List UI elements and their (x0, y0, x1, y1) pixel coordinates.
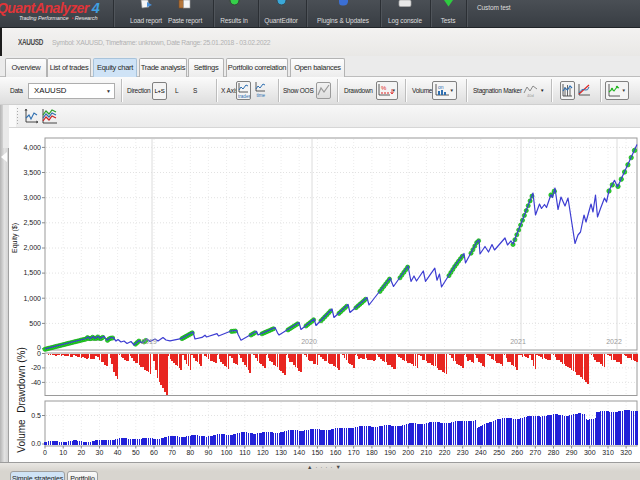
svg-text:500: 500 (29, 320, 41, 327)
svg-text:20: 20 (77, 449, 85, 456)
svg-text:140: 140 (293, 449, 305, 456)
svg-text:-40: -40 (31, 379, 41, 386)
svg-text:110: 110 (239, 449, 250, 456)
svg-text:80: 80 (186, 449, 194, 456)
svg-text:time: time (257, 93, 266, 98)
svg-text:30: 30 (96, 449, 104, 456)
svg-text:1,000: 1,000 (23, 295, 41, 302)
svg-text:2019: 2019 (141, 338, 157, 345)
svg-text:0: 0 (43, 449, 47, 456)
svg-text:3,000: 3,000 (23, 194, 41, 201)
svg-text:220: 220 (439, 449, 451, 456)
svg-text:200: 200 (402, 449, 414, 456)
svg-text:300: 300 (584, 449, 596, 456)
svg-text:50: 50 (132, 449, 140, 456)
svg-text:0: 0 (37, 350, 41, 357)
svg-text:70: 70 (168, 449, 176, 456)
svg-text:4,000: 4,000 (23, 144, 41, 151)
svg-text:0.0: 0.0 (31, 440, 41, 447)
svg-text:3,500: 3,500 (23, 169, 41, 176)
svg-text:60: 60 (150, 449, 158, 456)
svg-text:170: 170 (348, 449, 360, 456)
svg-text:180: 180 (366, 449, 378, 456)
svg-text:2020: 2020 (301, 338, 317, 345)
svg-text:290: 290 (566, 449, 578, 456)
svg-text:Drawdown (%): Drawdown (%) (16, 347, 27, 413)
svg-text:280: 280 (548, 449, 560, 456)
svg-text:trades: trades (238, 94, 250, 99)
svg-text:90: 90 (205, 449, 213, 456)
svg-text:150: 150 (312, 449, 324, 456)
svg-text:130: 130 (275, 449, 287, 456)
svg-text:250: 250 (493, 449, 505, 456)
svg-text:120: 120 (257, 449, 269, 456)
svg-text:2,500: 2,500 (23, 219, 41, 226)
svg-text:320: 320 (620, 449, 632, 456)
svg-text:230: 230 (457, 449, 469, 456)
svg-text:-20: -20 (31, 364, 41, 371)
svg-text:210: 210 (421, 449, 433, 456)
svg-text:Equity ($): Equity ($) (11, 223, 19, 253)
svg-text:10: 10 (59, 449, 67, 456)
svg-text:2022: 2022 (606, 338, 622, 345)
svg-text:240: 240 (475, 449, 487, 456)
svg-text:270: 270 (529, 449, 541, 456)
svg-text:310: 310 (602, 449, 614, 456)
svg-text:Volume: Volume (16, 419, 27, 453)
svg-text:1,500: 1,500 (23, 269, 41, 276)
svg-text:190: 190 (384, 449, 396, 456)
svg-text:on: on (438, 84, 444, 90)
svg-text:260: 260 (511, 449, 523, 456)
svg-text:0.5: 0.5 (31, 412, 41, 419)
svg-text:%: % (381, 85, 387, 91)
svg-text:2,000: 2,000 (23, 244, 41, 251)
svg-text:100: 100 (221, 449, 233, 456)
svg-text:40d: 40d (527, 93, 534, 98)
svg-text:2021: 2021 (510, 338, 526, 345)
svg-text:160: 160 (330, 449, 342, 456)
svg-text:40: 40 (114, 449, 122, 456)
